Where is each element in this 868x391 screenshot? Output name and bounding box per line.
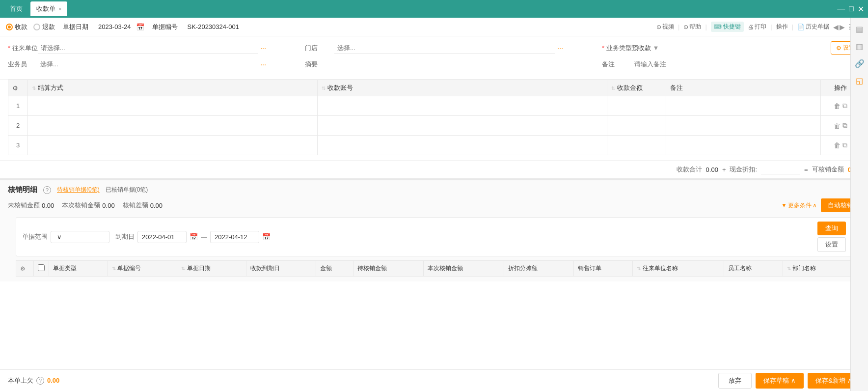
row-2-settlement[interactable] [28,116,318,136]
table-settings-button[interactable]: 设置 [817,237,846,252]
radio-dot-shoukuan [6,24,13,30]
right-sidebar: ▤ ▥ 🔗 ◱ [850,18,868,391]
print-link[interactable]: 🖨 打印 [748,23,766,31]
diff-value: 0.00 [150,202,163,209]
filter-icon: ▼ [781,202,787,209]
verify-header: 核销明细 ? 待核销单据(0笔) 已核销单据(0笔) [8,185,860,195]
remark-label: 备注 [602,60,631,69]
remark-input[interactable] [631,58,860,70]
operation-link[interactable]: 操作 [776,23,788,31]
row-2-remark[interactable] [666,116,821,136]
sidebar-icon-4[interactable]: ◱ [854,74,865,87]
th-amount: ⇅ 收款金额 [607,80,666,96]
partner-more-icon[interactable]: ··· [260,44,266,52]
due-label: 到期日 [115,232,135,241]
row-2-copy-btn[interactable]: ⧉ [842,121,847,130]
row-2-amount[interactable] [607,116,666,136]
row-3-account[interactable] [318,136,607,155]
summary-input[interactable] [334,58,563,70]
bth-dept: ⇅ 部门名称 [783,261,852,277]
bottom-table-container: ⚙ 单据类型 ⇅ 单据编号 ⇅ 单据日期 [8,260,860,277]
calendar-from-icon[interactable]: 📅 [190,233,198,241]
table-gear-icon[interactable]: ⚙ [12,84,18,92]
radio-tuikuan[interactable]: 退款 [33,23,55,31]
abandon-button[interactable]: 放弃 [718,373,752,389]
discount-input[interactable] [761,165,800,174]
pending-tab[interactable]: 待核销单据(0笔) [57,186,100,194]
bth-date: ⇅ 单据日期 [177,261,246,277]
more-conditions-link[interactable]: ▼ 更多条件 ∧ [781,201,817,210]
tab-current[interactable]: 收款单 × [30,1,67,16]
sidebar-icon-1[interactable]: ▤ [854,23,865,36]
row-1-settlement[interactable] [28,96,318,116]
row-3-settlement[interactable] [28,136,318,155]
save-draft-button[interactable]: 保存草稿 ∧ [756,373,804,389]
row-2-num: 2 [8,116,28,136]
form-row-2: 业务员 ··· 摘要 备注 [8,58,860,70]
table-row: 3 🗑 ⧉ [8,136,860,155]
sidebar-icon-3[interactable]: 🔗 [853,57,867,70]
history-link[interactable]: 📄 历史单据 [797,23,829,31]
staff-more-icon[interactable]: ··· [260,60,266,68]
shop-field: 门店 ··· [305,42,563,54]
staff-input[interactable] [37,58,258,70]
range-select[interactable]: ∨ [51,231,109,243]
th-remark: 备注 [666,80,821,96]
minimize-btn[interactable]: — [837,4,845,13]
window-controls: — □ ✕ [837,4,864,14]
footer-left: 本单上欠 ? 0.00 [8,376,59,385]
date-to-input[interactable] [210,231,259,243]
partner-input[interactable] [38,42,259,54]
total-label: 收款合计 [677,165,702,174]
row-1-amount[interactable] [607,96,666,116]
staff-label: 业务员 [8,60,37,69]
date-from-input[interactable] [137,231,187,243]
row-1-account[interactable] [318,96,607,116]
shop-more-icon[interactable]: ··· [557,44,563,52]
row-1-remark[interactable] [666,96,821,116]
row-2-account[interactable] [318,116,607,136]
unverified-stat: 未核销金额 0.00 [8,201,54,210]
shortcut-link[interactable]: ⌨ 快捷键 [711,22,744,32]
tab-close-icon[interactable]: × [58,6,61,12]
maximize-btn[interactable]: □ [849,4,854,13]
save-draft-arrow[interactable]: ∧ [791,377,796,384]
tab-current-label: 收款单 [36,4,55,13]
bth-staff: 员工名称 [724,261,783,277]
bth-number: ⇅ 单据编号 [108,261,177,277]
filter-buttons: 查询 设置 [817,222,846,252]
close-btn[interactable]: ✕ [858,4,864,14]
info-icon[interactable]: ? [43,186,51,194]
help-link[interactable]: ⊙ 帮助 [683,23,701,31]
bth-pending: 待核销金额 [353,261,423,277]
done-tab[interactable]: 已核销单据(0笔) [106,186,148,194]
sidebar-icon-2[interactable]: ▥ [854,40,865,53]
tab-home[interactable]: 首页 [4,1,28,16]
verification-section: 核销明细 ? 待核销单据(0笔) 已核销单据(0笔) 未核销金额 0.00 本次… [0,178,868,281]
row-2-delete-btn[interactable]: 🗑 [834,121,841,130]
footer-info-icon[interactable]: ? [36,377,44,385]
row-3-copy-btn[interactable]: ⧉ [842,141,847,149]
staff-field: 业务员 ··· [8,58,266,70]
calendar-icon[interactable]: 📅 [136,23,144,31]
radio-tuikuan-label: 退款 [42,23,55,31]
bottom-gear-icon[interactable]: ⚙ [20,265,26,272]
shop-input[interactable] [334,42,555,54]
calendar-to-icon[interactable]: 📅 [262,233,271,241]
nav-left[interactable]: ◀ [833,23,839,31]
row-1-copy-btn[interactable]: ⧉ [842,102,847,110]
row-3-remark[interactable] [666,136,821,155]
th-settlement: ⇅ 结算方式 [28,80,318,96]
business-type-field: 业务类型 预收款 ▼ ⚙ 设置 [602,41,860,55]
business-type-select[interactable]: 预收款 ▼ [632,44,659,53]
row-3-amount[interactable] [607,136,666,155]
nav-right[interactable]: ▶ [840,23,845,31]
toolbar-actions: ⊙ 视频 | ⊙ 帮助 | ⌨ 快捷键 🖨 打印 | 操作 | � [656,22,862,32]
tab-bar-left: 首页 收款单 × [4,1,67,16]
select-all-checkbox[interactable] [38,264,45,271]
query-button[interactable]: 查询 [817,222,846,235]
video-link[interactable]: ⊙ 视频 [656,23,674,31]
row-1-delete-btn[interactable]: 🗑 [834,102,841,110]
row-3-delete-btn[interactable]: 🗑 [834,141,841,149]
radio-shoukuan[interactable]: 收款 [6,23,27,31]
